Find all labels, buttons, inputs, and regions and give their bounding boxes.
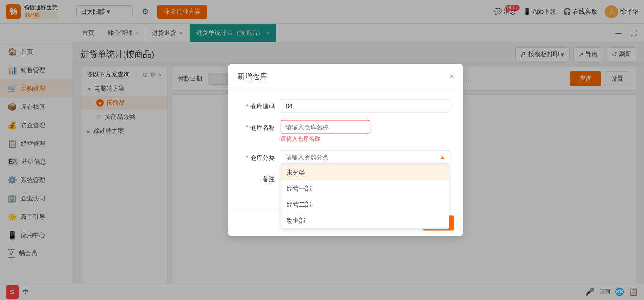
modal-header: 新增仓库 ×: [228, 64, 463, 90]
warehouse-name-wrapper: 请输入仓库名称: [281, 120, 449, 143]
modal-new-warehouse: 新增仓库 × 仓库编码 仓库名称 请输入仓库名称 仓库分类 ▲ 未分类: [228, 64, 463, 236]
dropdown-item-3[interactable]: 物业部: [281, 213, 449, 229]
dropdown-item-1[interactable]: 经营一部: [281, 181, 449, 197]
modal-body: 仓库编码 仓库名称 请输入仓库名称 仓库分类 ▲ 未分类 经营一部 经营二部: [228, 90, 463, 209]
category-dropdown: 未分类 经营一部 经营二部 物业部: [281, 164, 449, 229]
warehouse-name-label: 仓库名称: [242, 120, 275, 132]
note-label: 备注: [242, 172, 275, 183]
select-arrow-icon[interactable]: ▲: [439, 154, 446, 161]
warehouse-name-error: 请输入仓库名称: [281, 135, 449, 143]
warehouse-name-input[interactable]: [281, 120, 370, 134]
warehouse-code-input[interactable]: [281, 99, 449, 113]
warehouse-name-row: 仓库名称 请输入仓库名称: [242, 120, 449, 143]
modal-close-button[interactable]: ×: [449, 72, 454, 82]
modal-title: 新增仓库: [237, 72, 267, 82]
warehouse-category-row: 仓库分类 ▲ 未分类 经营一部 经营二部 物业部: [242, 150, 449, 164]
warehouse-code-label: 仓库编码: [242, 99, 275, 111]
warehouse-category-input[interactable]: [281, 150, 449, 164]
warehouse-category-label: 仓库分类: [242, 150, 275, 162]
warehouse-category-wrapper: ▲ 未分类 经营一部 经营二部 物业部: [281, 150, 449, 164]
warehouse-code-row: 仓库编码: [242, 99, 449, 113]
dropdown-item-2[interactable]: 经营二部: [281, 197, 449, 213]
dropdown-item-0[interactable]: 未分类: [281, 165, 449, 181]
